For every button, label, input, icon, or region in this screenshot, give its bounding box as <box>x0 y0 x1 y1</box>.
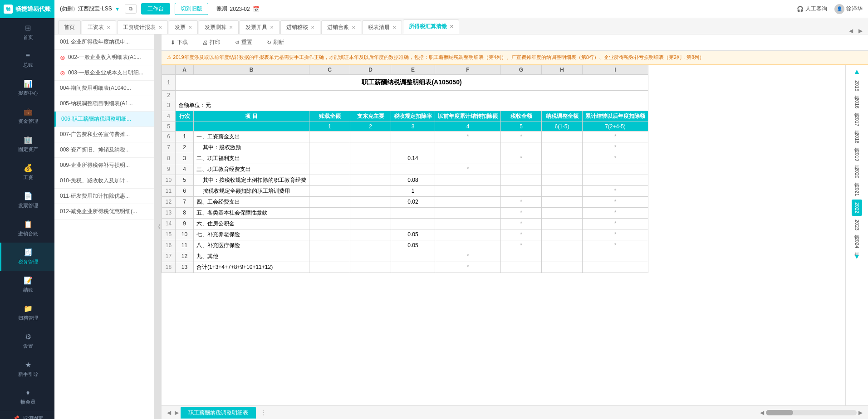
tab-payroll[interactable]: 工资表 ✕ <box>82 20 116 34</box>
year-2021[interactable]: 2021年 <box>852 182 862 199</box>
data-11-i[interactable]: * <box>583 240 648 251</box>
tab-invoice-close[interactable]: ✕ <box>188 25 192 30</box>
data-3-c[interactable] <box>309 153 350 164</box>
data-6-d[interactable] <box>350 185 391 196</box>
sidebar-item-member[interactable]: ♦ 畅会员 <box>0 383 54 411</box>
data-11-g[interactable]: * <box>501 240 542 251</box>
data-4-h[interactable] <box>542 164 583 175</box>
data-12-g[interactable] <box>501 251 542 262</box>
year-2016[interactable]: 2016年 <box>852 95 862 111</box>
year-2023[interactable]: 2023年 <box>852 217 862 233</box>
refresh-button[interactable]: ↻ 刷新 <box>263 37 288 48</box>
data-6-e[interactable]: 1 <box>391 185 435 196</box>
data-5-i[interactable] <box>583 175 648 185</box>
data-11-d[interactable] <box>350 240 391 251</box>
data-13-d[interactable] <box>350 262 391 273</box>
tab-purchase-ledger[interactable]: 进销台账 ✕ <box>321 20 361 34</box>
sidebar-item-fixed-assets[interactable]: 🏢 固定资产 <box>0 130 54 158</box>
tab-invoice[interactable]: 发票 ✕ <box>169 20 198 34</box>
sidebar-item-invoice[interactable]: 📄 发票管理 <box>0 186 54 214</box>
tab-invoice-calc[interactable]: 发票测算 ✕ <box>199 20 239 34</box>
year-2019[interactable]: 2019年 <box>852 147 862 164</box>
data-9-h[interactable] <box>542 218 583 229</box>
tab-tax-clear-close[interactable]: ✕ <box>392 25 396 30</box>
data-5-g[interactable] <box>501 175 542 185</box>
form-list-item-012[interactable]: 012-减免企业所得税优惠明细(... <box>54 204 154 219</box>
data-12-e[interactable] <box>391 251 435 262</box>
form-list-item-008[interactable]: 008-资产折旧、摊销及纳税... <box>54 142 154 158</box>
data-1-d[interactable] <box>350 131 391 142</box>
sidebar-item-archive[interactable]: 📁 归档管理 <box>0 299 54 327</box>
data-2-c[interactable] <box>309 142 350 153</box>
reset-button[interactable]: ↺ 重置 <box>231 37 256 48</box>
data-8-h[interactable] <box>542 207 583 218</box>
data-8-f[interactable] <box>435 207 501 218</box>
data-13-c[interactable] <box>309 262 350 273</box>
data-8-g[interactable]: * <box>501 207 542 218</box>
year-2015[interactable]: 2015年 <box>852 78 862 94</box>
year-nav-up[interactable]: ▲ <box>853 67 862 77</box>
data-5-f[interactable] <box>435 175 501 185</box>
data-4-d[interactable] <box>350 164 391 175</box>
data-6-c[interactable] <box>309 185 350 196</box>
data-1-f[interactable]: * <box>435 131 501 142</box>
data-7-d[interactable] <box>350 196 391 207</box>
sheet-scroll-left[interactable]: ◀ <box>758 409 766 416</box>
sidebar-item-settlement[interactable]: 📝 结账 <box>0 271 54 299</box>
data-6-i[interactable]: * <box>583 185 648 196</box>
form-list-item-007[interactable]: 007-广告费和业务宣传费摊... <box>54 127 154 142</box>
tab-home[interactable]: 首页 <box>58 20 81 34</box>
data-10-e[interactable]: 0.05 <box>391 229 435 240</box>
cancel-fixed-button[interactable]: 📌 取消固定 <box>0 411 54 419</box>
data-3-d[interactable] <box>350 153 391 164</box>
data-6-f[interactable] <box>435 185 501 196</box>
form-list-item-009[interactable]: 009-企业所得税弥补亏损明... <box>54 158 154 173</box>
form-list-item-011[interactable]: 011-研发费用加计扣除优惠... <box>54 189 154 204</box>
form-list-item-003[interactable]: ⊗ 003-一般企业业成本支出明细... <box>54 65 154 81</box>
sheet-scrollbar-thumb[interactable] <box>766 410 793 415</box>
data-3-e[interactable]: 0.14 <box>391 153 435 164</box>
year-nav-down[interactable]: ▼ <box>853 252 862 262</box>
data-11-h[interactable] <box>542 240 583 251</box>
year-2024[interactable]: 2024年 <box>852 234 862 251</box>
tab-purchase-ledger-close[interactable]: ✕ <box>352 25 355 30</box>
data-6-g[interactable] <box>501 185 542 196</box>
sheet-tab-prev[interactable]: ◀ <box>165 409 173 416</box>
data-4-g[interactable] <box>501 164 542 175</box>
sidebar-item-tax[interactable]: 🧾 税务管理 <box>0 243 54 271</box>
year-2020[interactable]: 2020年 <box>852 165 862 181</box>
data-2-g[interactable] <box>501 142 542 153</box>
data-7-i[interactable]: * <box>583 196 648 207</box>
data-12-h[interactable] <box>542 251 583 262</box>
data-9-c[interactable] <box>309 218 350 229</box>
data-8-d[interactable] <box>350 207 391 218</box>
form-list-item-010[interactable]: 010-免税、减收收入及加计... <box>54 173 154 189</box>
data-13-f[interactable]: * <box>435 262 501 273</box>
data-13-e[interactable] <box>391 262 435 273</box>
sidebar-item-purchase[interactable]: 📋 进销台账 <box>0 214 54 243</box>
data-9-g[interactable]: * <box>501 218 542 229</box>
sheet-scrollbar[interactable] <box>766 410 857 415</box>
data-6-h[interactable] <box>542 185 583 196</box>
form-list-item-002[interactable]: ⊗ 002-一般企业收入明细表(A1... <box>54 50 154 65</box>
tab-prev-icon[interactable]: ◀ <box>847 28 855 34</box>
tab-income-tax-close[interactable]: ✕ <box>450 24 453 29</box>
data-8-i[interactable]: * <box>583 207 648 218</box>
data-13-g[interactable] <box>501 262 542 273</box>
data-12-i[interactable] <box>583 251 648 262</box>
user-menu[interactable]: 👤 徐泽华 <box>834 4 863 14</box>
sidebar-item-home[interactable]: ⊞ 首页 <box>0 18 54 46</box>
data-2-e[interactable] <box>391 142 435 153</box>
tab-payroll-stat[interactable]: 工资统计报表 ✕ <box>117 20 168 34</box>
tab-income-tax[interactable]: 所得税汇算清缴 ✕ <box>403 19 459 34</box>
sidebar-item-payroll[interactable]: 💰 工资 <box>0 158 54 186</box>
data-10-g[interactable]: * <box>501 229 542 240</box>
support-link[interactable]: 🎧 人工客询 <box>797 5 827 13</box>
data-13-h[interactable] <box>542 262 583 273</box>
spreadsheet-content[interactable]: A B C D E F G H I <box>162 65 845 405</box>
data-1-i[interactable]: * <box>583 131 648 142</box>
switch-old-button[interactable]: 切到旧版 <box>175 3 208 15</box>
data-4-f[interactable]: * <box>435 164 501 175</box>
form-list-item-005[interactable]: 005-纳税调整项目明细表(A1... <box>54 96 154 112</box>
sidebar-item-guide[interactable]: ★ 新手引导 <box>0 355 54 383</box>
